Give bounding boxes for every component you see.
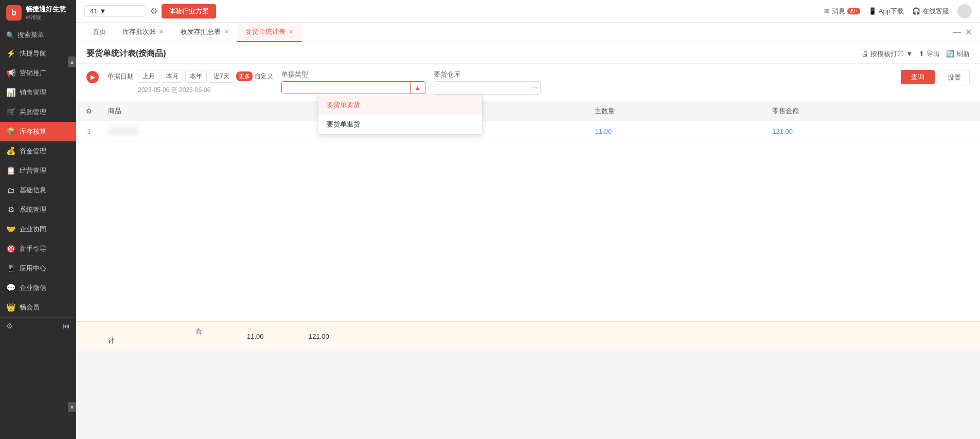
date-btn-last-7days[interactable]: 近7天: [209, 70, 234, 83]
refresh-label: 刷新: [956, 49, 970, 59]
data-table: ⚙ 商品 主计量单位 主数量 零: [76, 101, 980, 141]
close-tab-order-stats[interactable]: ✕: [289, 28, 294, 35]
message-badge: 99+: [847, 8, 860, 14]
refresh-button[interactable]: 🔄 刷新: [946, 49, 970, 59]
minimize-icon[interactable]: —: [953, 28, 961, 37]
app-logo-icon: b: [6, 5, 22, 21]
sidebar-item-sales[interactable]: 📊 销售管理: [0, 83, 76, 102]
sidebar-gear-icon[interactable]: ⚙: [6, 322, 13, 330]
print-arrow-icon: ▼: [906, 50, 913, 58]
operations-icon: 📋: [6, 166, 15, 175]
message-button[interactable]: ✉ 消息 99+: [824, 7, 860, 16]
warehouse-filter-more-icon[interactable]: ⋯: [529, 82, 540, 94]
sidebar-item-system[interactable]: ⚙ 系统管理: [0, 200, 76, 220]
sidebar-item-wechat[interactable]: 💬 企业微信: [0, 278, 76, 298]
dropdown-item-return-goods[interactable]: 要货单退货: [318, 115, 482, 134]
column-settings-icon[interactable]: ⚙: [86, 107, 92, 115]
sidebar-item-inventory[interactable]: 📦 库存核算: [0, 122, 76, 141]
date-btn-last-month[interactable]: 上月: [138, 70, 159, 83]
close-tab-inventory-batch[interactable]: ✕: [159, 28, 164, 35]
date-shortcuts: 上月 本月 本年 近7天 更多 自定义: [138, 70, 273, 83]
sidebar-item-quick-nav[interactable]: ⚡ 快捷导航: [0, 44, 76, 63]
purchase-icon: 🛒: [6, 107, 15, 117]
sidebar-item-cooperation[interactable]: 🤝 企业协同: [0, 220, 76, 239]
page-header: 要货单统计表(按商品) 🖨 按模板打印 ▼ ⬆ 导出 🔄 刷新: [76, 42, 980, 64]
tab-summary-label: 收发存汇总表: [181, 27, 221, 36]
sidebar-item-app-center[interactable]: 📱 应用中心: [0, 259, 76, 278]
sidebar-item-purchase[interactable]: 🛒 采购管理: [0, 102, 76, 122]
expand-filter-button[interactable]: ▶: [86, 71, 99, 83]
sidebar-item-member[interactable]: 👑 畅会员: [0, 298, 76, 317]
sidebar-search[interactable]: 🔍 搜索菜单: [0, 26, 76, 44]
user-avatar[interactable]: [957, 4, 972, 19]
sidebar-search-label: 搜索菜单: [17, 30, 44, 40]
footer-total-label: 合计: [108, 327, 202, 344]
sidebar-item-marketing[interactable]: 📢 营销推广: [0, 63, 76, 83]
sidebar-collapse-icon[interactable]: ⏮: [63, 322, 70, 330]
warehouse-filter-input-wrapper: ⋯: [434, 81, 541, 95]
row-product: [102, 121, 338, 141]
tabs-bar: 首页 库存批次账 ✕ 收发存汇总表 ✕ 要货单统计表 ✕ — ✕: [76, 23, 980, 42]
date-filter-label: 单据日期: [107, 72, 134, 81]
sidebar-item-basic[interactable]: 🗂 基础信息: [0, 180, 76, 200]
tab-order-stats[interactable]: 要货单统计表 ✕: [237, 23, 302, 42]
search-icon: 🔍: [6, 31, 14, 39]
table-row: 1 块 11.00 121.00: [76, 121, 980, 141]
online-service-button[interactable]: 🎧 在线客服: [912, 7, 949, 16]
service-icon: 🎧: [912, 7, 920, 15]
tab-inventory-batch[interactable]: 库存批次账 ✕: [114, 23, 172, 42]
date-more-badge[interactable]: 更多: [236, 71, 253, 81]
filter-settings-button[interactable]: 设置: [939, 70, 970, 85]
sidebar-item-label: 资金管理: [20, 147, 46, 156]
filter-bar: ▶ 单据日期 上月 本月 本年 近7天 更多 自定义 2023-05-06: [76, 64, 980, 101]
row-quantity: 11.00: [589, 121, 766, 141]
dropdown-item-label: 要货单退货: [327, 120, 360, 128]
query-button[interactable]: 查询: [901, 70, 935, 84]
export-button[interactable]: ⬆ 导出: [919, 49, 940, 59]
online-service-label: 在线客服: [922, 7, 949, 16]
type-filter-group: 单据类型 ▲: [281, 70, 425, 94]
sidebar-item-label: 快捷导航: [20, 49, 46, 58]
sidebar-item-label: 库存核算: [20, 127, 46, 136]
row-index: 1: [76, 121, 102, 141]
type-filter-input[interactable]: [282, 82, 410, 94]
table-footer: 合计 11.00 121.00: [76, 321, 980, 351]
page-actions: 🖨 按模板打印 ▼ ⬆ 导出 🔄 刷新: [862, 49, 970, 59]
company-selector[interactable]: 41 ▼: [84, 5, 146, 17]
content-area: 要货单统计表(按商品) 🖨 按模板打印 ▼ ⬆ 导出 🔄 刷新: [76, 42, 980, 439]
warehouse-filter-label: 要货仓库: [434, 70, 541, 79]
sidebar-item-finance[interactable]: 💰 资金管理: [0, 141, 76, 161]
date-btn-this-month[interactable]: 本月: [162, 70, 183, 83]
quick-nav-icon: ⚡: [6, 49, 15, 58]
app-download-button[interactable]: 📱 App下载: [868, 7, 904, 16]
sidebar-item-label: 畅会员: [20, 303, 40, 312]
sidebar-scroll-down[interactable]: ▼: [68, 402, 76, 412]
sidebar-item-label: 采购管理: [20, 107, 46, 117]
app-download-icon: 📱: [868, 7, 877, 15]
warehouse-filter-input[interactable]: [434, 82, 529, 94]
tab-summary[interactable]: 收发存汇总表 ✕: [172, 23, 237, 42]
footer-quantity: 11.00: [247, 333, 309, 340]
close-tab-summary[interactable]: ✕: [224, 28, 229, 35]
type-filter-dropdown-icon[interactable]: ▲: [410, 82, 425, 94]
refresh-icon: 🔄: [946, 50, 954, 58]
finance-icon: 💰: [6, 147, 15, 156]
tab-home[interactable]: 首页: [84, 23, 114, 42]
col-settings[interactable]: ⚙: [76, 101, 102, 121]
sidebar-item-guide[interactable]: 🎯 新手引导: [0, 239, 76, 259]
type-filter-label: 单据类型: [281, 70, 425, 79]
print-button[interactable]: 🖨 按模板打印 ▼: [862, 49, 913, 59]
sidebar-item-label: 营销推广: [20, 68, 46, 78]
trial-button[interactable]: 体验行业方案: [162, 4, 216, 19]
sidebar-item-operations[interactable]: 📋 经营管理: [0, 161, 76, 180]
sidebar-logo: b 畅捷通好生意 标准版: [0, 0, 76, 26]
close-all-tabs-icon[interactable]: ✕: [965, 27, 972, 37]
type-filter-input-wrapper: ▲: [281, 81, 425, 94]
sidebar-item-label: 企业协同: [20, 225, 46, 234]
date-btn-this-year[interactable]: 本年: [185, 70, 207, 83]
dropdown-item-order-goods[interactable]: 要货单要货: [318, 95, 482, 115]
date-custom-button[interactable]: 自定义: [255, 72, 273, 81]
message-label: 消息: [832, 7, 845, 16]
empty-space: [76, 141, 980, 321]
topbar-gear-icon[interactable]: ⚙: [150, 6, 157, 16]
